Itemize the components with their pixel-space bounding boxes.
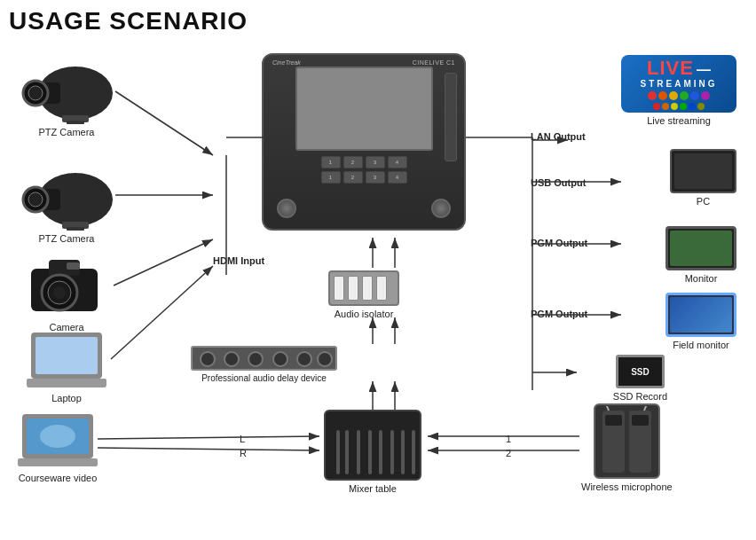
usb-output-label: USB Output xyxy=(531,177,586,188)
svg-line-30 xyxy=(644,406,648,411)
svg-rect-19 xyxy=(35,337,98,374)
svg-line-33 xyxy=(115,91,213,155)
mixer-device: Mixer table xyxy=(324,410,421,494)
ssd-label: SSD Record xyxy=(613,391,667,402)
pc-label: PC xyxy=(697,196,710,207)
svg-rect-23 xyxy=(18,458,98,466)
svg-rect-26 xyxy=(605,415,622,426)
cinelive-buttons: 1 2 3 4 xyxy=(321,156,407,168)
audio-delay-device: Professional audio delay device xyxy=(191,346,337,383)
svg-line-53 xyxy=(98,448,319,450)
monitor-device: Monitor xyxy=(665,226,736,284)
live-streaming-device: LIVE — STREAMING Live streaming xyxy=(621,55,736,126)
pgm-output-2-label: PGM Output xyxy=(531,309,587,319)
svg-point-24 xyxy=(40,425,75,448)
connection-label-1: 1 xyxy=(506,434,511,444)
audio-delay-label: Professional audio delay device xyxy=(201,373,327,383)
field-monitor-label: Field monitor xyxy=(673,340,729,350)
svg-point-9 xyxy=(28,192,43,207)
svg-line-29 xyxy=(605,406,609,411)
live-text: LIVE xyxy=(647,59,694,78)
svg-rect-11 xyxy=(67,227,84,231)
cinelive-knob-right xyxy=(431,199,451,218)
svg-rect-17 xyxy=(67,262,80,270)
ptz-camera-2: PTZ Camera xyxy=(18,164,115,244)
svg-rect-20 xyxy=(27,379,106,387)
pc-device: PC xyxy=(670,149,736,207)
svg-rect-5 xyxy=(67,121,84,124)
audio-isolator-device: Audio isolator xyxy=(328,270,399,319)
cinelive-fader xyxy=(445,73,457,161)
lan-output-label: LAN Output xyxy=(531,131,586,142)
connection-label-r: R xyxy=(240,448,247,458)
courseware-label: Courseware video xyxy=(19,473,98,483)
svg-line-52 xyxy=(98,436,319,439)
svg-point-3 xyxy=(28,86,43,100)
ptz-camera-2-label: PTZ Camera xyxy=(39,233,95,244)
ptz-camera-1: PTZ Camera xyxy=(18,58,115,137)
pgm-output-1-label: PGM Output xyxy=(531,238,587,248)
live-streaming-label: Live streaming xyxy=(647,115,711,126)
camera-label: Camera xyxy=(49,322,83,333)
wireless-mic-label: Wireless microphone xyxy=(581,481,673,492)
cinelive-knob-left xyxy=(277,199,296,218)
field-monitor-device: Field monitor xyxy=(665,293,736,350)
wireless-mic-device: Wireless microphone xyxy=(581,403,673,492)
streaming-text: STREAMING xyxy=(641,79,718,89)
connection-label-2: 2 xyxy=(506,448,511,458)
ptz-camera-1-label: PTZ Camera xyxy=(39,127,95,137)
ssd-device: SSD SSD Record xyxy=(613,355,667,402)
laptop-label: Laptop xyxy=(51,393,82,403)
cinelive-screen xyxy=(295,67,433,151)
mixer-label: Mixer table xyxy=(349,483,397,494)
page-title: USAGE SCENARIO xyxy=(9,7,248,35)
laptop-device: Laptop xyxy=(27,333,106,403)
hdmi-input-label: HDMI Input xyxy=(213,255,264,266)
svg-line-35 xyxy=(114,239,213,286)
svg-rect-28 xyxy=(632,415,649,426)
cinelive-brand: CineTreak xyxy=(272,59,301,66)
cinelive-model: CINELIVE C1 xyxy=(413,59,455,66)
connection-label-l: L xyxy=(240,434,245,444)
ssd-shape: SSD xyxy=(616,355,665,388)
svg-point-16 xyxy=(53,286,66,299)
courseware-device: Courseware video xyxy=(18,412,98,483)
cinelive-device: CineTreak CINELIVE C1 1 2 3 4 1 2 3 4 xyxy=(262,53,466,231)
monitor-label: Monitor xyxy=(685,273,718,284)
camera-device: Camera xyxy=(22,253,111,333)
audio-isolator-label: Audio isolator xyxy=(335,309,394,319)
